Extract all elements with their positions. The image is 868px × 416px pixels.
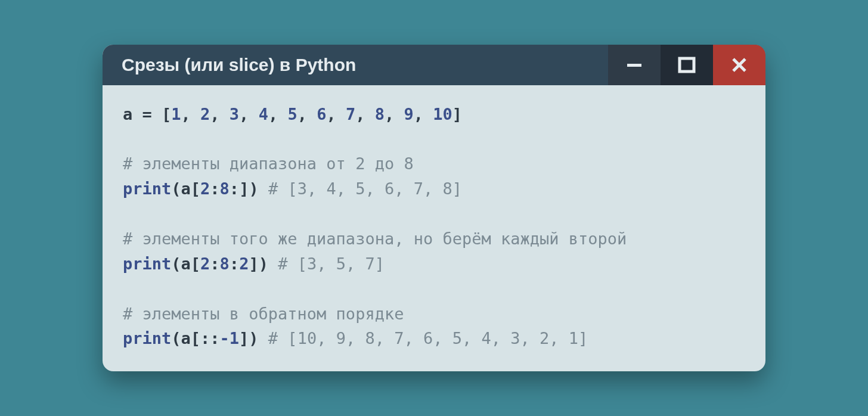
code-comment: # элементы того же диапазона, но берём к… <box>123 226 745 252</box>
code-line: print(a[::-1]) # [10, 9, 8, 7, 6, 5, 4, … <box>123 326 745 351</box>
code-area: a = [1, 2, 3, 4, 5, 6, 7, 8, 9, 10]# эле… <box>103 85 765 371</box>
blank-line <box>123 127 745 152</box>
maximize-button[interactable] <box>661 45 713 85</box>
svg-rect-0 <box>627 64 641 67</box>
close-button[interactable] <box>713 45 765 85</box>
code-line: a = [1, 2, 3, 4, 5, 6, 7, 8, 9, 10] <box>123 102 745 127</box>
close-icon <box>729 55 749 75</box>
window-controls <box>608 45 765 85</box>
titlebar: Срезы (или slice) в Python <box>103 45 765 85</box>
maximize-icon <box>677 55 697 75</box>
minimize-button[interactable] <box>608 45 661 85</box>
window-title: Срезы (или slice) в Python <box>103 45 608 85</box>
code-line: print(a[2:8:2]) # [3, 5, 7] <box>123 252 745 277</box>
minimize-icon <box>624 55 644 75</box>
code-comment: # элементы диапазона от 2 до 8 <box>123 151 745 176</box>
code-comment: # элементы в обратном порядке <box>123 302 745 327</box>
blank-line <box>123 201 745 226</box>
code-line: print(a[2:8:]) # [3, 4, 5, 6, 7, 8] <box>123 176 745 201</box>
code-window: Срезы (или slice) в Python a = [1, 2, 3,… <box>103 45 765 371</box>
blank-line <box>123 277 745 302</box>
svg-rect-1 <box>680 58 694 72</box>
